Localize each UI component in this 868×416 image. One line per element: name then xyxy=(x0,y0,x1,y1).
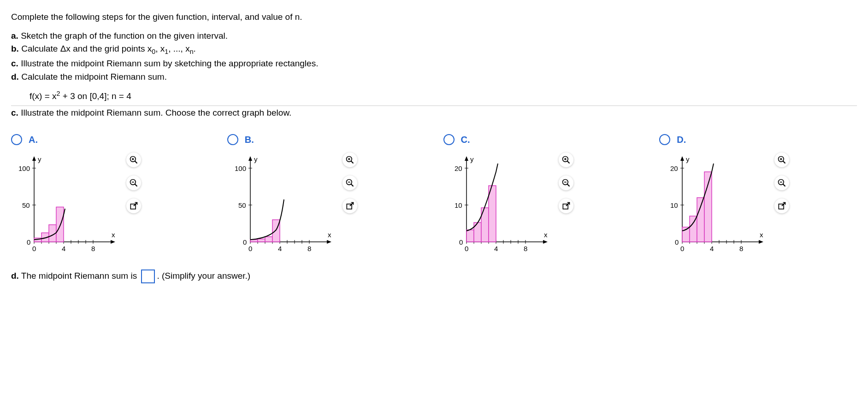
y-axis-label: y xyxy=(686,155,690,163)
choice-b-header[interactable]: B. xyxy=(227,133,425,146)
zoom-in-icon xyxy=(777,155,786,164)
func-pre: f(x) = x xyxy=(30,91,57,101)
x-axis-label: x xyxy=(760,231,763,239)
zoom-out-button[interactable] xyxy=(126,176,141,190)
step-d: d. Calculate the midpoint Riemann sum. xyxy=(11,71,857,83)
axes xyxy=(248,156,331,244)
svg-rect-74 xyxy=(489,186,496,242)
ytick-0: 0 xyxy=(675,238,679,246)
ytick-mid: 10 xyxy=(670,201,678,209)
graph-c: y x 20 10 0 0 4 8 xyxy=(443,150,554,256)
zoom-in-button[interactable] xyxy=(774,152,789,167)
xtick-8: 8 xyxy=(307,245,311,252)
radio-c[interactable] xyxy=(443,134,455,145)
zoom-out-icon xyxy=(345,178,354,187)
step-a: a. Sketch the graph of the function on t… xyxy=(11,30,857,42)
popout-button[interactable] xyxy=(342,199,357,213)
svg-marker-29 xyxy=(248,156,252,161)
step-c-text: Illustrate the midpoint Riemann sum by s… xyxy=(18,59,319,68)
answer-d-pre: The midpoint Riemann sum is xyxy=(19,271,140,281)
section-c-header: c. Illustrate the midpoint Riemann sum. … xyxy=(11,105,857,119)
svg-marker-87 xyxy=(759,240,763,244)
svg-rect-45 xyxy=(265,236,272,241)
popout-button[interactable] xyxy=(774,199,789,213)
answer-d: d. The midpoint Riemann sum is . (Simpli… xyxy=(11,270,857,283)
svg-line-108 xyxy=(783,184,785,186)
choice-c-header[interactable]: C. xyxy=(443,133,641,146)
answer-input[interactable] xyxy=(141,270,155,283)
svg-marker-1 xyxy=(32,156,36,161)
xtick-0: 0 xyxy=(248,245,252,252)
popout-button[interactable] xyxy=(559,199,573,213)
zoom-out-button[interactable] xyxy=(774,176,789,190)
ytick-max: 100 xyxy=(18,164,30,172)
choice-d: D. xyxy=(659,133,857,256)
xtick-8: 8 xyxy=(524,245,527,252)
svg-marker-3 xyxy=(111,240,115,244)
svg-line-24 xyxy=(135,184,137,186)
zoom-out-button[interactable] xyxy=(559,176,573,190)
svg-rect-44 xyxy=(258,239,265,241)
choice-d-letter: D. xyxy=(677,133,686,146)
subscript-0: 0 xyxy=(152,48,155,55)
zoom-in-icon xyxy=(345,155,354,164)
choice-c-letter: C. xyxy=(461,133,470,146)
zoom-controls-c xyxy=(559,152,573,213)
step-d-label: d. xyxy=(11,72,19,82)
xtick-4: 4 xyxy=(494,245,498,252)
svg-rect-101 xyxy=(697,198,704,242)
subscript-n: n xyxy=(190,48,194,55)
ytick-max: 20 xyxy=(670,164,678,172)
zoom-in-button[interactable] xyxy=(342,152,357,167)
svg-rect-71 xyxy=(466,230,474,242)
svg-line-52 xyxy=(351,184,353,186)
step-b-label: b. xyxy=(11,44,19,53)
zoom-out-button[interactable] xyxy=(342,176,357,190)
zoom-in-icon xyxy=(129,155,138,164)
xtick-8: 8 xyxy=(739,245,743,252)
ytick-0: 0 xyxy=(459,238,463,246)
step-b-mid: , x xyxy=(155,44,165,53)
radio-b[interactable] xyxy=(227,134,238,145)
choice-d-header[interactable]: D. xyxy=(659,133,857,146)
svg-line-20 xyxy=(135,161,137,163)
ytick-max: 100 xyxy=(235,164,246,172)
axes xyxy=(32,156,115,244)
section-c-label: c. xyxy=(11,108,18,117)
xtick-0: 0 xyxy=(32,245,36,252)
zoom-in-button[interactable] xyxy=(126,152,141,167)
popout-icon xyxy=(129,201,138,211)
function-definition: f(x) = x2 + 3 on [0,4]; n = 4 xyxy=(30,89,857,103)
svg-line-48 xyxy=(351,161,353,163)
step-b-pre: Calculate Δx and the grid points x xyxy=(19,44,152,53)
zoom-out-icon xyxy=(129,178,138,187)
svg-line-76 xyxy=(567,161,569,163)
zoom-in-icon xyxy=(561,155,571,164)
choice-a-letter: A. xyxy=(29,133,38,146)
bars xyxy=(466,186,496,242)
choices-row: A. xyxy=(11,133,857,256)
svg-rect-102 xyxy=(704,172,712,242)
choice-a-header[interactable]: A. xyxy=(11,133,209,146)
xtick-8: 8 xyxy=(91,245,95,252)
step-b: b. Calculate Δx and the grid points x0, … xyxy=(11,43,857,57)
section-c-text: Illustrate the midpoint Riemann sum. Cho… xyxy=(18,108,291,117)
svg-rect-18 xyxy=(56,207,64,242)
steps-list: a. Sketch the graph of the function on t… xyxy=(11,30,857,83)
step-c: c. Illustrate the midpoint Riemann sum b… xyxy=(11,58,857,70)
zoom-controls-b xyxy=(342,152,357,213)
radio-d[interactable] xyxy=(659,134,670,145)
popout-button[interactable] xyxy=(126,199,141,213)
graph-a: y x 100 50 0 0 4 8 xyxy=(11,150,122,256)
radio-a[interactable] xyxy=(11,134,22,145)
question-intro: Complete the following steps for the giv… xyxy=(11,11,857,23)
zoom-in-button[interactable] xyxy=(559,152,573,167)
x-axis-label: x xyxy=(112,231,115,239)
choice-c: C. xyxy=(443,133,641,256)
ytick-mid: 50 xyxy=(238,201,246,209)
subscript-1: 1 xyxy=(165,48,168,55)
step-b-mid2: , ..., x xyxy=(168,44,189,53)
xtick-0: 0 xyxy=(465,245,468,252)
answer-d-post: . (Simplify your answer.) xyxy=(157,271,250,281)
xtick-4: 4 xyxy=(278,245,282,252)
